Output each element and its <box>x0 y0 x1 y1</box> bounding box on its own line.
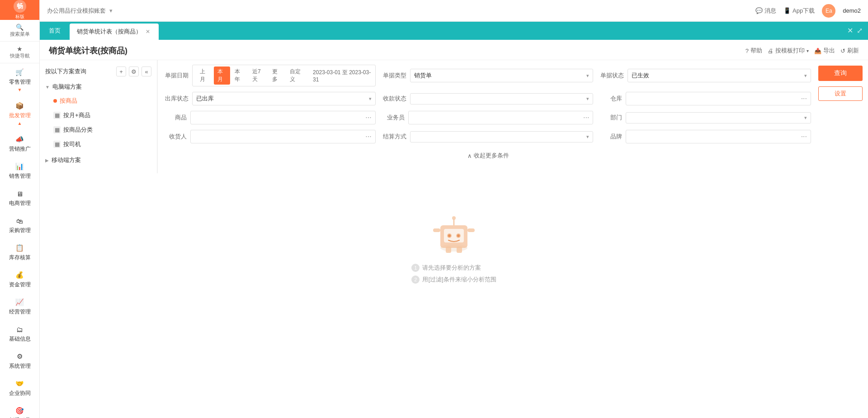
filter-item-payment: 结算方式 ▾ <box>383 131 594 142</box>
scheme-item-by-driver[interactable]: ▦ 按司机 <box>40 137 157 152</box>
warehouse-select[interactable]: ··· <box>626 92 811 105</box>
out-status-dropdown-icon: ▾ <box>369 96 372 102</box>
sidebar-item-purchase[interactable]: 🛍 采购管理 <box>0 212 39 239</box>
date-tab-custom[interactable]: 自定义 <box>286 66 307 85</box>
tab-close-icon[interactable]: ✕ <box>144 28 151 35</box>
query-buttons: 查询 设置 <box>818 60 868 164</box>
expand-tab-btn[interactable]: ⤢ <box>857 27 863 34</box>
filter-item-doc-type: 单据类型 销货单 ▾ <box>383 69 594 82</box>
receiver-select[interactable]: ··· <box>190 130 376 143</box>
user-name[interactable]: demo2 <box>843 7 861 14</box>
filter-item-date: 单据日期 上月 本月 本年 近7天 更多 自定义 <box>165 65 376 86</box>
sidebar-item-quick-nav[interactable]: ★ 快捷导航 <box>0 42 39 63</box>
tab-sales-stats[interactable]: 销货单统计表（按商品） ✕ <box>70 24 159 40</box>
app-logo[interactable]: 畅 标版 <box>0 0 39 20</box>
doc-type-select[interactable]: 销货单 ▾ <box>410 69 594 82</box>
dept-select[interactable]: ▾ <box>626 112 811 124</box>
breadcrumb-dropdown[interactable]: ▾ <box>109 7 113 14</box>
out-status-select[interactable]: 已出库 ▾ <box>192 92 376 105</box>
app-subtitle: 标版 <box>15 14 24 20</box>
user-avatar[interactable]: Ea <box>822 4 835 18</box>
scheme-group-mobile: ▶ 移动端方案 <box>40 153 157 169</box>
date-filter-control[interactable]: 上月 本月 本年 近7天 更多 自定义 2023-03-01 至 2023-03… <box>192 65 376 86</box>
export-btn[interactable]: 📤 导出 <box>814 47 835 55</box>
query-btn[interactable]: 查询 <box>818 66 863 81</box>
sidebar-item-guide[interactable]: 🎯 新手引导 <box>0 402 39 418</box>
sidebar-item-inventory[interactable]: 📋 库存核算 <box>0 239 39 266</box>
sidebar-item-marketing[interactable]: 📣 营销推广 <box>0 130 39 157</box>
collapse-more-btn[interactable]: ∧ 收起更多条件 <box>165 149 811 164</box>
date-tab-last-month[interactable]: 上月 <box>196 66 213 85</box>
sidebar-item-retail[interactable]: 🛒 零售管理 ▼ <box>0 63 39 97</box>
sidebar: 畅 标版 🔍 搜索菜单 ★ 快捷导航 🛒 零售管理 ▼ 📦 批发管理 ▲ 📣 营… <box>0 0 40 418</box>
scheme-collapse-btn[interactable]: « <box>142 66 151 76</box>
brand-dots-icon: ··· <box>801 133 807 141</box>
out-status-label: 出库状态 <box>165 95 192 103</box>
scheme-header: 按以下方案查询 + ⚙ « <box>40 65 157 80</box>
filter-row-1: 单据日期 上月 本月 本年 近7天 更多 自定义 <box>165 65 811 86</box>
empty-state: 1 请先选择要分析的方案 2 用[过滤]条件来缩小分析范围 <box>40 173 868 323</box>
refresh-btn[interactable]: ↺ 刷新 <box>840 47 859 55</box>
scheme-item-icon-3: ▦ <box>53 141 61 148</box>
scheme-group-mobile-title[interactable]: ▶ 移动端方案 <box>40 153 157 167</box>
tab-home-label: 首页 <box>49 27 61 35</box>
date-label: 单据日期 <box>165 71 192 80</box>
filter-item-doc-status: 单据状态 已生效 ▾ <box>600 69 811 82</box>
staff-select[interactable]: ··· <box>408 111 594 124</box>
retail-icon: 🛒 <box>15 68 24 77</box>
svg-point-5 <box>448 234 451 237</box>
warehouse-dots-icon: ··· <box>801 95 807 103</box>
tab-home[interactable]: 首页 <box>40 22 70 40</box>
scheme-item-by-product[interactable]: 按商品 <box>40 94 157 108</box>
date-tab-more[interactable]: 更多 <box>269 66 285 85</box>
warehouse-label: 仓库 <box>600 95 626 103</box>
scheme-header-actions: + ⚙ « <box>116 66 151 76</box>
date-tab-7days[interactable]: 近7天 <box>249 66 268 85</box>
sidebar-item-system[interactable]: ⚙ 系统管理 <box>0 347 39 375</box>
brand-select[interactable]: ··· <box>626 130 811 143</box>
print-btn[interactable]: 🖨 按模板打印 ▾ <box>768 47 809 55</box>
logo-icon: 畅 <box>14 0 26 13</box>
settings-btn[interactable]: 设置 <box>818 86 863 101</box>
filter-right: 单据日期 上月 本月 本年 近7天 更多 自定义 <box>157 60 868 173</box>
sidebar-item-search[interactable]: 🔍 搜索菜单 <box>0 20 39 42</box>
sidebar-item-coop[interactable]: 🤝 企业协同 <box>0 375 39 402</box>
tip-text-2: 用[过滤]条件来缩小分析范围 <box>422 276 496 284</box>
collect-status-select[interactable]: ▾ <box>410 93 594 104</box>
operation-icon: 📈 <box>15 298 24 307</box>
tab-sales-stats-label: 销货单统计表（按商品） <box>77 28 142 36</box>
date-tab-this-year[interactable]: 本年 <box>231 66 248 85</box>
scheme-item-by-month-product[interactable]: ▦ 按月+商品 <box>40 108 157 123</box>
collect-status-label: 收款状态 <box>383 95 410 103</box>
tip-num-1: 1 <box>411 264 420 272</box>
scheme-add-btn[interactable]: + <box>116 66 126 76</box>
date-tab-this-month[interactable]: 本月 <box>214 66 231 85</box>
sidebar-item-ecom[interactable]: 🖥 电商管理 <box>0 185 39 212</box>
filter-row-2: 出库状态 已出库 ▾ 收款状态 <box>165 92 811 105</box>
dept-label: 部门 <box>600 114 626 122</box>
scheme-item-label: 按商品 <box>60 97 77 105</box>
sidebar-item-finance[interactable]: 💰 资金管理 <box>0 266 39 293</box>
app-download-action[interactable]: 📱 App下载 <box>783 7 815 15</box>
collapse-label: 收起更多条件 <box>474 152 509 160</box>
filter-item-staff: 业务员 ··· <box>383 111 594 124</box>
doc-status-select[interactable]: 已生效 ▾ <box>627 69 811 82</box>
svg-rect-2 <box>444 229 464 242</box>
help-btn[interactable]: ? 帮助 <box>745 47 762 55</box>
payment-label: 结算方式 <box>383 133 410 141</box>
payment-select[interactable]: ▾ <box>410 131 594 142</box>
sidebar-item-sales[interactable]: 📊 销售管理 <box>0 157 39 185</box>
product-select[interactable]: ··· <box>190 111 376 124</box>
message-action[interactable]: 💬 消息 <box>755 7 776 15</box>
sidebar-item-operation[interactable]: 📈 经营管理 <box>0 293 39 320</box>
svg-rect-9 <box>446 247 451 253</box>
sidebar-item-wholesale[interactable]: 📦 批发管理 ▲ <box>0 97 39 130</box>
scheme-item-by-category[interactable]: ▦ 按商品分类 <box>40 123 157 137</box>
scheme-group-pc-title[interactable]: ▼ 电脑端方案 <box>40 80 157 94</box>
filter-item-brand: 品牌 ··· <box>600 130 811 143</box>
close-tab-btn[interactable]: ✕ <box>847 27 853 34</box>
empty-tips: 1 请先选择要分析的方案 2 用[过滤]条件来缩小分析范围 <box>411 264 496 287</box>
doc-status-dropdown-icon: ▾ <box>804 73 807 79</box>
scheme-settings-btn[interactable]: ⚙ <box>129 66 139 76</box>
sidebar-item-basic[interactable]: 🗂 基础信息 <box>0 320 39 347</box>
